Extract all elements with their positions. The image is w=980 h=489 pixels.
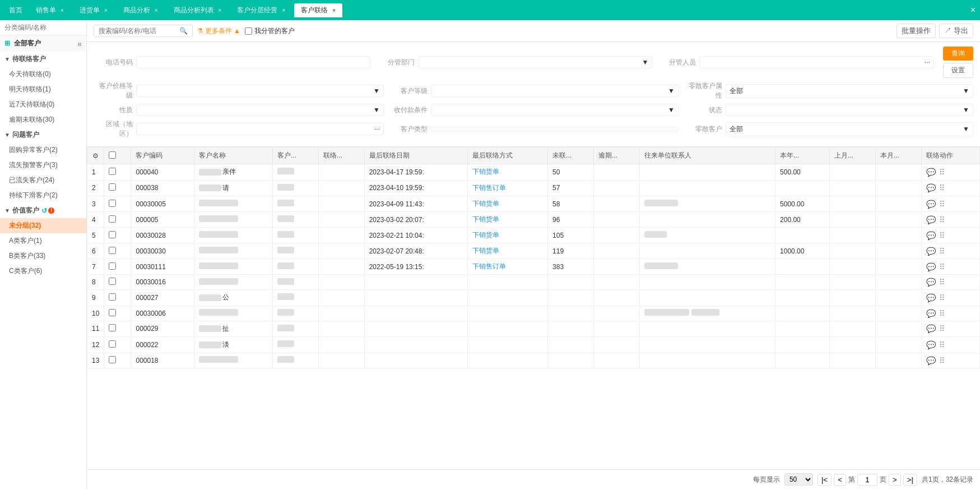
contact-action-icon[interactable]: 💬 [926,168,936,177]
more-conditions-btn[interactable]: ⚗ 更多条件 ▲ [197,26,240,36]
contact-action-icon[interactable]: 💬 [926,262,936,271]
category-search-input[interactable] [4,24,87,31]
collapse-sidebar-icon[interactable]: « [77,39,82,48]
first-page-button[interactable]: |< [818,474,832,486]
contact-action-icon[interactable]: 💬 [926,183,936,192]
contact-action-icon[interactable]: 💬 [926,247,936,256]
more-action-icon[interactable]: ⠿ [939,278,945,287]
close-segment-tab-icon[interactable]: × [282,7,285,13]
contact-action-icon[interactable]: 💬 [926,215,936,224]
nav-tab-analysis[interactable]: 商品分析 × [117,3,165,17]
retail-attr-select[interactable]: 全部 ▼ [726,84,973,98]
close-analysis-list-tab-icon[interactable]: × [219,7,222,13]
sidebar-group-a[interactable]: A类客户(1) [0,233,86,248]
select-all-checkbox[interactable] [109,151,116,159]
sidebar-unclassified[interactable]: 未分组(32) [0,218,86,233]
contact-action-icon[interactable]: 💬 [926,356,936,365]
search-input[interactable] [99,27,177,35]
contact-action-icon[interactable]: 💬 [926,309,936,318]
reset-button[interactable]: 设置 [943,63,973,78]
nav-tab-sales[interactable]: 销售单 × [29,3,71,17]
next-page-button[interactable]: > [889,474,901,486]
close-purchase-tab-icon[interactable]: × [104,7,108,13]
sidebar-today[interactable]: 今天待联络(0) [0,67,86,82]
close-analysis-tab-icon[interactable]: × [155,7,158,13]
more-action-icon[interactable]: ⠿ [939,231,945,240]
contact-action-icon[interactable]: 💬 [926,200,936,209]
retail-customer-select[interactable]: 全部 ▼ [726,122,973,136]
sidebar-group-c[interactable]: C类客户(6) [0,264,86,279]
price-level-select[interactable]: ▼ [136,85,384,97]
export-button[interactable]: ↗ 导出 [939,24,973,38]
more-action-icon[interactable]: ⠿ [939,293,945,302]
more-action-icon[interactable]: ⠿ [939,247,945,256]
more-action-icon[interactable]: ⠿ [939,356,945,365]
value-customer-group[interactable]: ▼ 价值客户 ↺ ! [0,203,86,218]
phone-input[interactable] [136,56,371,68]
row-checkbox[interactable] [109,262,116,270]
page-size-select[interactable]: 50 20 100 [784,473,813,486]
sidebar-near7days[interactable]: 近7天待联络(0) [0,97,86,112]
sidebar-abnormal[interactable]: 固购异常客户(2) [0,142,86,158]
more-action-icon[interactable]: ⠿ [939,309,945,318]
search-icon[interactable]: 🔍 [179,27,188,35]
manager-select[interactable]: ··· [699,56,934,68]
nav-tab-analysis-list[interactable]: 商品分析列表 × [167,3,229,17]
nature-select[interactable]: ▼ [136,104,384,116]
row-checkbox[interactable] [109,231,116,238]
prev-page-button[interactable]: < [834,474,846,486]
row-checkbox[interactable] [109,340,116,348]
payment-select[interactable]: ▼ [431,104,679,116]
all-customers-header[interactable]: ⊞ 全部客户 « [0,35,86,52]
more-action-icon[interactable]: ⠿ [939,340,945,349]
row-checkbox[interactable] [109,247,116,254]
customer-type-select[interactable] [431,127,679,131]
row-checkbox[interactable] [109,215,116,223]
sidebar-drain[interactable]: 流失预警客户(3) [0,158,86,173]
last-method-link[interactable]: 下销货单 [472,231,499,239]
sidebar-declining[interactable]: 持续下滑客户(2) [0,188,86,203]
more-action-icon[interactable]: ⠿ [939,262,945,271]
batch-ops-button[interactable]: 批量操作 [897,24,936,38]
row-checkbox[interactable] [109,168,116,175]
row-checkbox[interactable] [109,324,116,331]
contact-action-icon[interactable]: 💬 [926,293,936,302]
last-method-link[interactable]: 下销售订单 [472,262,506,270]
more-action-icon[interactable]: ⠿ [939,200,945,209]
more-action-icon[interactable]: ⠿ [939,168,945,177]
more-action-icon[interactable]: ⠿ [939,215,945,224]
refresh-icon[interactable]: ↺ [41,207,47,215]
status-select[interactable]: ▼ [726,104,973,116]
nav-tab-purchase[interactable]: 进货单 × [73,3,114,17]
customer-level-select[interactable]: ▼ [431,85,679,97]
nav-tab-customer-contact[interactable]: 客户联络 × [294,3,342,17]
nav-tab-customer-segment[interactable]: 客户分层经营 × [230,3,292,17]
sidebar-group-b[interactable]: B类客户(33) [0,248,86,264]
row-checkbox[interactable] [109,356,116,363]
row-checkbox[interactable] [109,200,116,207]
nav-home[interactable]: 首页 [4,3,27,17]
last-method-link[interactable]: 下销货单 [472,168,499,176]
sidebar-lost[interactable]: 已流失客户(24) [0,173,86,188]
row-checkbox[interactable] [109,278,116,285]
region-select[interactable]: ··· [136,123,384,135]
page-number-input[interactable] [857,474,877,486]
contact-action-icon[interactable]: 💬 [926,278,936,287]
sidebar-overdue[interactable]: 逾期未联络(30) [0,112,86,127]
more-action-icon[interactable]: ⠿ [939,183,945,192]
last-method-link[interactable]: 下销售订单 [472,184,506,192]
close-contact-tab-icon[interactable]: × [332,7,336,13]
more-action-icon[interactable]: ⠿ [939,324,945,333]
row-checkbox[interactable] [109,293,116,301]
window-close-button[interactable]: × [970,5,976,15]
contact-action-icon[interactable]: 💬 [926,231,936,240]
contact-action-icon[interactable]: 💬 [926,340,936,349]
last-method-link[interactable]: 下销货单 [472,200,499,207]
settings-icon[interactable]: ⚙ [92,152,99,160]
contact-action-icon[interactable]: 💬 [926,324,936,333]
problem-customer-group[interactable]: ▼ 问题客户 [0,127,86,142]
query-button[interactable]: 查询 [943,47,973,61]
last-method-link[interactable]: 下销货单 [472,247,499,255]
waiting-contact-group[interactable]: ▼ 待联络客户 [0,52,86,67]
my-customers-checkbox[interactable] [245,27,252,35]
